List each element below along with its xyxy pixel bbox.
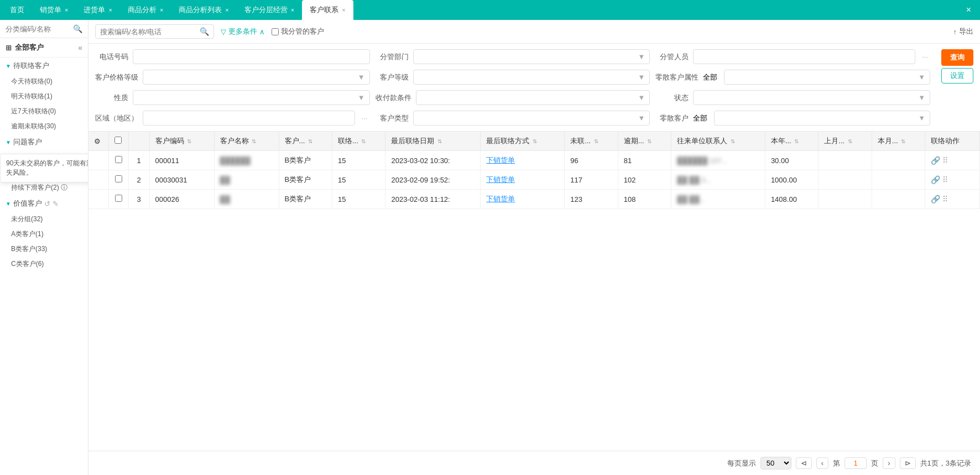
search-button-icon[interactable]: 🔍 bbox=[200, 27, 209, 36]
value-edit-icon[interactable]: ✎ bbox=[53, 200, 59, 208]
col-overdue[interactable]: 逾期... ⇅ bbox=[618, 132, 671, 151]
filter-select-retail-attr[interactable]: ▼ bbox=[724, 70, 930, 85]
filter-input-manager[interactable] bbox=[693, 49, 915, 64]
all-customers-header[interactable]: ⊞ 全部客户 « bbox=[0, 38, 88, 58]
settings-button[interactable]: 设置 bbox=[941, 68, 973, 83]
sidebar-section-pending[interactable]: ▼ 待联络客户 bbox=[0, 58, 88, 74]
next-page-button[interactable]: › bbox=[883, 457, 895, 469]
last-way-link-1[interactable]: 下销货单 bbox=[486, 175, 515, 184]
query-button[interactable]: 查询 bbox=[941, 49, 973, 66]
sidebar-item-ungrouped[interactable]: 未分组(32) bbox=[0, 212, 88, 227]
filter-retail-attr-arrow: ▼ bbox=[918, 73, 925, 81]
filter-input-region[interactable] bbox=[143, 111, 355, 126]
filter-manager-dots[interactable]: ··· bbox=[920, 53, 930, 61]
filter-input-phone[interactable] bbox=[133, 49, 370, 64]
prev-page-button[interactable]: ‹ bbox=[816, 457, 828, 469]
row-grid-icon-1[interactable]: ⠿ bbox=[942, 175, 948, 184]
row-settings-0[interactable] bbox=[88, 151, 108, 170]
sidebar-item-7days[interactable]: 近7天待联络(0) bbox=[0, 104, 88, 119]
filter-select-retail-customer[interactable]: ▼ bbox=[714, 111, 930, 126]
row-last-way-2[interactable]: 下销货单 bbox=[481, 190, 565, 209]
row-checkbox-1[interactable] bbox=[108, 170, 128, 190]
row-actions-2: 🔗 ⠿ bbox=[931, 195, 974, 203]
tab-customer-contact-close[interactable]: × bbox=[342, 7, 345, 13]
col-type[interactable]: 客户... ⇅ bbox=[279, 132, 332, 151]
problem-customer-tooltip: 90天未交易的客户，可能有流失风险。 bbox=[0, 154, 88, 182]
tab-home[interactable]: 首页 bbox=[2, 0, 32, 20]
tab-product-list-close[interactable]: × bbox=[225, 7, 228, 13]
sidebar-item-overdue[interactable]: 逾期未联络(30) bbox=[0, 119, 88, 134]
col-contact[interactable]: 联络... ⇅ bbox=[332, 132, 385, 151]
tab-sales-close[interactable]: × bbox=[65, 7, 68, 13]
col-this-month[interactable]: 本月... ⇅ bbox=[872, 132, 925, 151]
col-last-way[interactable]: 最后联络方式 ⇅ bbox=[481, 132, 565, 151]
row-link-icon-2[interactable]: 🔗 bbox=[931, 195, 940, 203]
filter-select-dept[interactable]: ▼ bbox=[413, 49, 650, 64]
row-check-0[interactable] bbox=[115, 156, 122, 163]
row-grid-icon-0[interactable]: ⠿ bbox=[942, 156, 948, 165]
col-contact-person[interactable]: 往来单位联系人 ⇅ bbox=[671, 132, 765, 151]
first-page-button[interactable]: ⊲ bbox=[796, 457, 812, 469]
filter-select-customer-type[interactable]: ▼ bbox=[413, 111, 650, 126]
row-checkbox-2[interactable] bbox=[108, 190, 128, 209]
row-check-1[interactable] bbox=[115, 175, 122, 182]
row-check-2[interactable] bbox=[115, 195, 122, 202]
tab-customer-segment[interactable]: 客户分层经营 × bbox=[237, 0, 302, 20]
value-refresh-icon[interactable]: ↺ bbox=[44, 200, 50, 208]
sidebar-item-class-c[interactable]: C类客户(6) bbox=[0, 257, 88, 272]
row-link-icon-0[interactable]: 🔗 bbox=[931, 156, 940, 165]
search-input[interactable] bbox=[100, 28, 200, 36]
col-name[interactable]: 客户名称 ⇅ bbox=[214, 132, 279, 151]
col-last-month[interactable]: 上月... ⇅ bbox=[819, 132, 872, 151]
sidebar-section-problem[interactable]: ▼ 问题客户 bbox=[0, 134, 88, 150]
tab-product-list[interactable]: 商品分析列表 × bbox=[171, 0, 236, 20]
col-last-date[interactable]: 最后联络日期 ⇅ bbox=[385, 132, 481, 151]
last-page-button[interactable]: ⊳ bbox=[900, 457, 916, 469]
last-way-link-2[interactable]: 下销货单 bbox=[486, 195, 515, 203]
filter-select-nature[interactable]: ▼ bbox=[133, 90, 370, 105]
tab-customer-contact[interactable]: 客户联系 × bbox=[302, 0, 353, 20]
col-code[interactable]: 客户编码 ⇅ bbox=[149, 132, 214, 151]
filter-select-customer-grade[interactable]: ▼ bbox=[413, 70, 650, 85]
last-way-link-0[interactable]: 下销货单 bbox=[486, 156, 515, 164]
page-number-input[interactable] bbox=[845, 457, 867, 469]
my-customer-checkbox[interactable]: 我分管的客户 bbox=[272, 27, 324, 36]
row-checkbox-0[interactable] bbox=[108, 151, 128, 170]
row-settings-1[interactable] bbox=[88, 170, 108, 190]
filter-select-price-grade[interactable]: ▼ bbox=[143, 70, 370, 85]
row-settings-2[interactable] bbox=[88, 190, 108, 209]
tab-purchase-close[interactable]: × bbox=[108, 7, 112, 13]
sidebar-item-tomorrow[interactable]: 明天待联络(1) bbox=[0, 89, 88, 104]
my-customer-check[interactable] bbox=[272, 28, 279, 35]
page-size-select[interactable]: 50 100 200 bbox=[760, 457, 791, 469]
row-grid-icon-2[interactable]: ⠿ bbox=[942, 195, 948, 203]
sidebar-section-value[interactable]: ▼ 价值客户 ↺ ✎ bbox=[0, 195, 88, 212]
collapse-icon[interactable]: « bbox=[78, 43, 82, 52]
col-this-year[interactable]: 本年... ⇅ bbox=[765, 132, 818, 151]
more-filters-button[interactable]: ▽ 更多条件 ∧ bbox=[221, 27, 265, 36]
row-last-way-0[interactable]: 下销货单 bbox=[481, 151, 565, 170]
sidebar-search-input[interactable] bbox=[6, 25, 71, 33]
filter-icon: ▽ bbox=[221, 28, 226, 36]
tab-product-analysis-close[interactable]: × bbox=[160, 7, 163, 13]
sidebar-item-declining[interactable]: 持续下滑客户(2) ⓘ bbox=[0, 180, 88, 195]
sidebar-item-class-a[interactable]: A类客户(1) bbox=[0, 227, 88, 242]
sidebar-item-today[interactable]: 今天待联络(0) bbox=[0, 74, 88, 89]
tab-product-analysis[interactable]: 商品分析 × bbox=[120, 0, 171, 20]
filter-dept-arrow: ▼ bbox=[638, 53, 645, 61]
tab-customer-segment-close[interactable]: × bbox=[291, 7, 294, 13]
tab-purchase[interactable]: 进货单 × bbox=[76, 0, 119, 20]
close-all-button[interactable]: × bbox=[960, 5, 978, 15]
select-all-checkbox[interactable] bbox=[114, 137, 122, 144]
sidebar-item-class-b[interactable]: B类客户(33) bbox=[0, 242, 88, 257]
col-not-contacted[interactable]: 未联... ⇅ bbox=[565, 132, 618, 151]
filter-select-payment[interactable]: ▼ bbox=[416, 90, 650, 105]
row-last-way-1[interactable]: 下销货单 bbox=[481, 170, 565, 190]
export-button[interactable]: ↑ 导出 bbox=[953, 27, 974, 36]
filter-region-dots[interactable]: ··· bbox=[359, 114, 370, 122]
tab-sales[interactable]: 销货单 × bbox=[32, 0, 76, 20]
filter-select-status[interactable]: ▼ bbox=[693, 90, 930, 105]
row-link-icon-1[interactable]: 🔗 bbox=[931, 175, 940, 184]
col-settings[interactable]: ⚙ bbox=[88, 132, 108, 151]
sidebar-search-container: 🔍 bbox=[0, 20, 88, 38]
